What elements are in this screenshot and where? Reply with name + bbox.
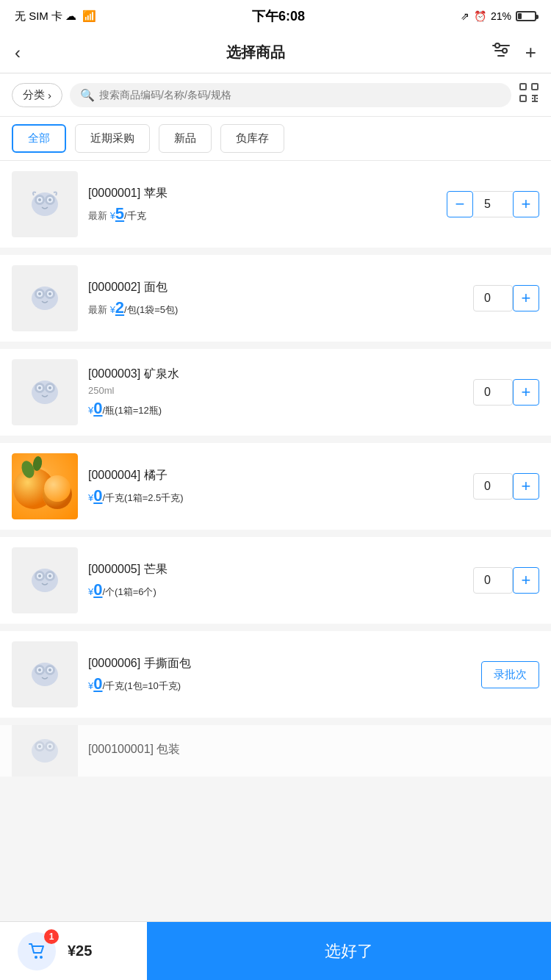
- owl-placeholder-icon: [23, 367, 67, 417]
- tab-bar: 全部 近期采购 新品 负库存: [0, 117, 551, 161]
- cart-button[interactable]: 1: [18, 932, 56, 970]
- product-info-000100001: [000100001] 包装: [88, 742, 539, 760]
- svg-point-46: [48, 574, 51, 577]
- table-row: [0000003] 矿泉水 250ml ¥0/瓶(1箱=12瓶) +: [0, 349, 551, 436]
- owl-placeholder-icon: [23, 179, 67, 229]
- table-row: [000100001] 包装: [0, 725, 551, 777]
- product-name: [0000002] 面包: [88, 280, 463, 295]
- quantity-control-0000004: +: [473, 473, 539, 500]
- svg-point-3: [495, 43, 500, 48]
- product-price: ¥0/瓶(1箱=12瓶): [88, 399, 463, 418]
- product-list: [0000001] 苹果 最新 ¥5/千克 − +: [0, 161, 551, 851]
- search-input[interactable]: [99, 89, 501, 101]
- product-image-0000003: [12, 359, 78, 425]
- product-price: 最新 ¥2/包(1袋=5包): [88, 298, 463, 317]
- orange-fruit-image: [12, 453, 78, 519]
- svg-point-62: [40, 956, 43, 959]
- category-label: 分类: [23, 88, 45, 102]
- svg-point-26: [48, 292, 51, 295]
- cart-total: ¥25: [68, 943, 92, 959]
- increase-button[interactable]: +: [513, 567, 539, 594]
- increase-button[interactable]: +: [513, 473, 539, 500]
- table-row: [0000005] 芒果 ¥0/个(1箱=6个) +: [0, 537, 551, 624]
- product-image-0000006: [12, 641, 78, 707]
- product-info-0000003: [0000003] 矿泉水 250ml ¥0/瓶(1箱=12瓶): [88, 367, 463, 418]
- product-image-0000002: [12, 265, 78, 331]
- svg-point-60: [48, 745, 51, 748]
- product-image-000100001: [12, 725, 78, 777]
- search-icon: 🔍: [80, 88, 95, 102]
- svg-rect-7: [520, 96, 526, 101]
- page-title: 选择商品: [226, 43, 285, 62]
- add-icon[interactable]: +: [525, 41, 536, 64]
- confirm-button[interactable]: 选好了: [147, 922, 551, 981]
- svg-rect-6: [532, 84, 538, 90]
- back-button[interactable]: ‹: [15, 43, 21, 63]
- alarm-icon: ⏰: [474, 10, 486, 22]
- table-row: [0000002] 面包 最新 ¥2/包(1袋=5包) +: [0, 255, 551, 342]
- product-price: ¥0/千克(1箱=2.5千克): [88, 486, 463, 505]
- location-icon: ⇗: [461, 10, 469, 22]
- tab-recent[interactable]: 近期采购: [75, 124, 150, 153]
- scan-icon[interactable]: [519, 82, 539, 107]
- svg-point-37: [43, 480, 72, 509]
- status-bar: 无 SIM 卡 ☁ 📶 下午6:08 ⇗ ⏰ 21%: [0, 0, 551, 32]
- increase-button[interactable]: +: [513, 285, 539, 311]
- svg-point-40: [32, 569, 58, 592]
- product-info-0000006: [0000006] 手撕面包 ¥0/千克(1包=10千克): [88, 656, 471, 693]
- cart-badge: 1: [44, 929, 59, 944]
- svg-point-59: [38, 745, 41, 748]
- batch-record-button[interactable]: 录批次: [481, 661, 539, 688]
- quantity-input[interactable]: [473, 473, 513, 500]
- svg-point-47: [32, 663, 58, 686]
- owl-placeholder-icon: [23, 649, 67, 699]
- increase-button[interactable]: +: [513, 191, 539, 217]
- svg-point-53: [48, 669, 51, 671]
- quantity-control-0000001: − +: [447, 191, 539, 217]
- status-right: ⇗ ⏰ 21%: [461, 10, 536, 22]
- owl-placeholder-icon: [23, 273, 67, 323]
- product-name: [0000005] 芒果: [88, 562, 463, 577]
- product-info-0000002: [0000002] 面包 最新 ¥2/包(1袋=5包): [88, 280, 463, 317]
- quantity-input[interactable]: [473, 191, 513, 217]
- svg-point-54: [32, 739, 58, 763]
- tab-new[interactable]: 新品: [159, 124, 212, 153]
- wifi-icon: 📶: [82, 10, 96, 23]
- owl-placeholder-icon: [23, 555, 67, 605]
- quantity-input[interactable]: [473, 567, 513, 594]
- product-image-0000004: [12, 453, 78, 519]
- svg-point-32: [38, 386, 41, 389]
- category-chevron: ›: [48, 89, 51, 101]
- cart-icon: [26, 941, 47, 962]
- product-spec: 250ml: [88, 385, 463, 396]
- tab-all[interactable]: 全部: [12, 124, 66, 153]
- product-name: [0000001] 苹果: [88, 186, 436, 201]
- quantity-control-0000003: +: [473, 379, 539, 406]
- product-price: ¥0/个(1箱=6个): [88, 580, 463, 599]
- quantity-input[interactable]: [473, 379, 513, 406]
- product-price: ¥0/千克(1包=10千克): [88, 674, 471, 693]
- quantity-control-0000005: +: [473, 567, 539, 594]
- decrease-button[interactable]: −: [447, 191, 473, 217]
- product-price: 最新 ¥5/千克: [88, 204, 436, 223]
- product-name: [000100001] 包装: [88, 742, 539, 757]
- product-name: [0000006] 手撕面包: [88, 656, 471, 671]
- product-info-0000005: [0000005] 芒果 ¥0/个(1箱=6个): [88, 562, 463, 599]
- tab-negative-stock[interactable]: 负库存: [220, 124, 284, 153]
- product-info-0000001: [0000001] 苹果 最新 ¥5/千克: [88, 186, 436, 223]
- table-row: [0000006] 手撕面包 ¥0/千克(1包=10千克) 录批次: [0, 631, 551, 718]
- svg-point-61: [35, 956, 37, 959]
- quantity-input[interactable]: [473, 285, 513, 311]
- search-wrap: 🔍: [70, 83, 511, 107]
- no-sim-label: 无 SIM 卡 ☁: [15, 10, 76, 24]
- product-image-0000005: [12, 547, 78, 613]
- category-button[interactable]: 分类 ›: [12, 83, 62, 107]
- status-left: 无 SIM 卡 ☁ 📶: [15, 10, 96, 24]
- product-name: [0000003] 矿泉水: [88, 367, 463, 382]
- filter-icon[interactable]: [491, 43, 511, 63]
- table-row: [0000004] 橘子 ¥0/千克(1箱=2.5千克) +: [0, 443, 551, 530]
- increase-button[interactable]: +: [513, 379, 539, 406]
- svg-point-18: [38, 198, 41, 201]
- filter-search-bar: 分类 › 🔍: [0, 73, 551, 117]
- battery-icon: [516, 11, 536, 21]
